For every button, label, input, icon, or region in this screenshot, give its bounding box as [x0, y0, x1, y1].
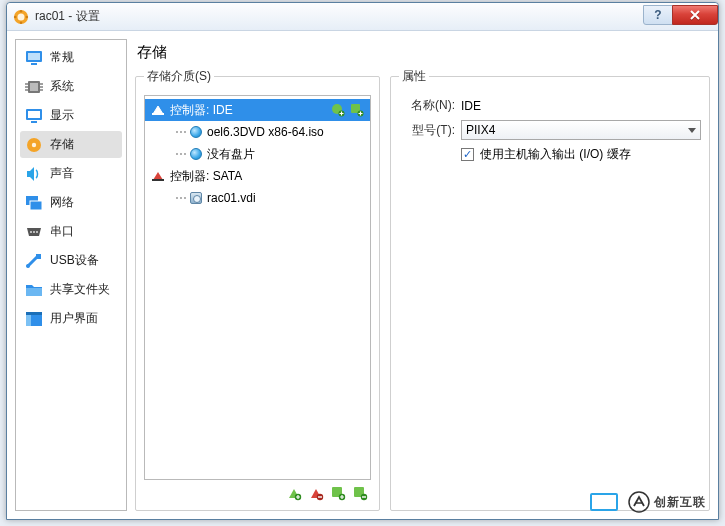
io-cache-checkbox[interactable]: ✓: [461, 148, 474, 161]
hdd-item-row[interactable]: ⋯ rac01.vdi: [145, 187, 370, 209]
controller-sata-row[interactable]: 控制器: SATA: [145, 165, 370, 187]
footer: 创新互联: [590, 491, 706, 513]
controller-ide-row[interactable]: 控制器: IDE: [145, 99, 370, 121]
sidebar-item-network[interactable]: 网络: [20, 189, 122, 216]
network-icon: [25, 195, 43, 211]
main-panel: 存储 存储介质(S) 控制器: IDE ⋯: [135, 39, 710, 511]
disc-icon: [190, 148, 202, 160]
properties-group: 属性 名称(N): IDE 型号(T): PIIX4 ✓ 使: [390, 68, 710, 511]
svg-rect-7: [28, 53, 40, 60]
sidebar-item-audio[interactable]: 声音: [20, 160, 122, 187]
sidebar-item-shared[interactable]: 共享文件夹: [20, 276, 122, 303]
disc-icon: [190, 126, 202, 138]
svg-rect-32: [26, 315, 31, 326]
monitor-icon: [25, 50, 43, 66]
storage-tree[interactable]: 控制器: IDE ⋯ oel6.3DVD x86-64.iso ⋯: [144, 95, 371, 480]
sidebar-item-system[interactable]: 系统: [20, 73, 122, 100]
sidebar-item-usb[interactable]: USB设备: [20, 247, 122, 274]
disc-empty-row[interactable]: ⋯ 没有盘片: [145, 143, 370, 165]
remove-controller-button[interactable]: [307, 484, 325, 502]
sidebar-item-serial[interactable]: 串口: [20, 218, 122, 245]
svg-point-5: [26, 15, 29, 18]
name-label: 名称(N):: [399, 97, 455, 114]
properties-legend: 属性: [399, 68, 429, 85]
svg-point-26: [36, 231, 38, 233]
svg-rect-28: [36, 254, 41, 259]
sidebar-item-general[interactable]: 常规: [20, 44, 122, 71]
category-sidebar: 常规 系统 显示 存储 声音 网络: [15, 39, 127, 511]
display-icon: [25, 108, 43, 124]
add-controller-button[interactable]: [285, 484, 303, 502]
controller-icon: [151, 104, 165, 116]
storage-toolbar: [144, 480, 371, 502]
app-icon: [13, 9, 29, 25]
add-disc-icon[interactable]: [331, 103, 345, 117]
settings-window: rac01 - 设置 ? 常规 系统 显示 存储: [6, 2, 719, 520]
svg-point-3: [20, 21, 23, 24]
type-label: 型号(T):: [399, 122, 455, 139]
remove-attachment-button[interactable]: [351, 484, 369, 502]
folder-icon: [25, 282, 43, 298]
svg-point-27: [26, 264, 30, 268]
watermark-logo-icon: [628, 491, 650, 513]
page-title: 存储: [135, 39, 710, 68]
svg-point-4: [14, 15, 17, 18]
svg-rect-33: [152, 113, 164, 115]
help-button[interactable]: ?: [643, 5, 673, 25]
name-value: IDE: [461, 99, 481, 113]
storage-legend: 存储介质(S): [144, 68, 214, 85]
hdd-icon: [190, 192, 202, 204]
add-attachment-button[interactable]: [329, 484, 347, 502]
ok-button[interactable]: [590, 493, 618, 511]
storage-media-group: 存储介质(S) 控制器: IDE ⋯ oel6.3DVD x86-: [135, 68, 380, 511]
chip-icon: [25, 79, 43, 95]
svg-rect-8: [31, 63, 37, 65]
disk-icon: [25, 137, 43, 153]
svg-point-24: [30, 231, 32, 233]
svg-point-1: [18, 13, 25, 20]
svg-rect-10: [30, 83, 38, 91]
sidebar-item-storage[interactable]: 存储: [20, 131, 122, 158]
svg-point-2: [20, 9, 23, 12]
close-button[interactable]: [672, 5, 718, 25]
svg-rect-19: [31, 121, 37, 123]
svg-rect-23: [30, 201, 42, 210]
svg-point-21: [32, 142, 36, 146]
usb-icon: [25, 253, 43, 269]
svg-rect-31: [26, 312, 42, 315]
svg-point-45: [629, 492, 649, 512]
io-cache-label: 使用主机输入输出 (I/O) 缓存: [480, 146, 631, 163]
layout-icon: [25, 311, 43, 327]
disc-item-row[interactable]: ⋯ oel6.3DVD x86-64.iso: [145, 121, 370, 143]
svg-rect-18: [28, 111, 40, 118]
chevron-down-icon: [688, 128, 696, 133]
sidebar-item-display[interactable]: 显示: [20, 102, 122, 129]
sidebar-item-ui[interactable]: 用户界面: [20, 305, 122, 332]
speaker-icon: [25, 166, 43, 182]
add-hdd-icon[interactable]: [350, 103, 364, 117]
svg-point-25: [33, 231, 35, 233]
svg-rect-29: [26, 288, 42, 296]
window-title: rac01 - 设置: [35, 8, 644, 25]
titlebar: rac01 - 设置 ?: [7, 3, 718, 31]
watermark: 创新互联: [628, 491, 706, 513]
controller-icon: [151, 170, 165, 182]
type-select[interactable]: PIIX4: [461, 120, 701, 140]
svg-rect-38: [152, 179, 164, 181]
serial-icon: [25, 224, 43, 240]
